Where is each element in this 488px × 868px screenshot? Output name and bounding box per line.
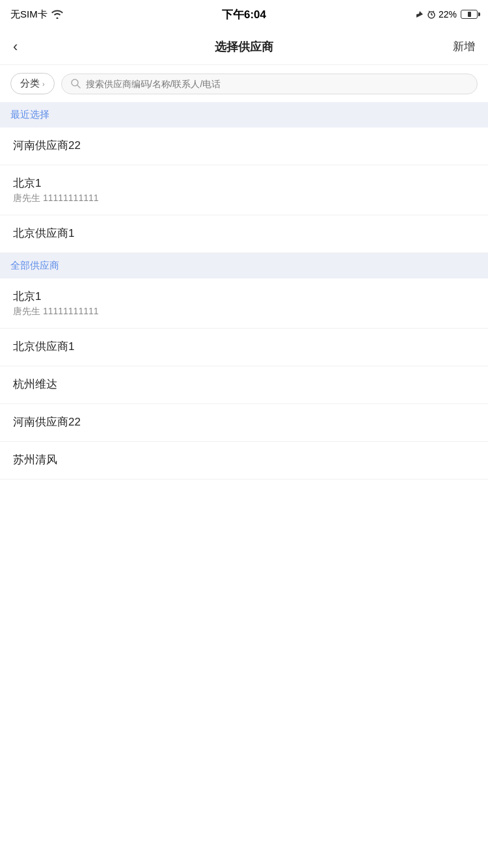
item-name: 北京供应商1 (13, 339, 475, 354)
section-title-recent: 最近选择 (10, 109, 49, 120)
svg-line-4 (429, 11, 430, 12)
page-title: 选择供应商 (215, 39, 273, 55)
add-button[interactable]: 新增 (453, 39, 475, 54)
item-name: 北京1 (13, 289, 475, 304)
status-right: 22% (415, 9, 478, 20)
item-name: 河南供应商22 (13, 414, 475, 429)
search-area: 分类 › (0, 65, 488, 102)
search-input[interactable] (86, 79, 468, 89)
item-name: 河南供应商22 (13, 138, 475, 153)
item-name: 苏州清风 (13, 452, 475, 467)
status-time: 下午6:04 (222, 7, 266, 22)
sim-status: 无SIM卡 (10, 8, 47, 21)
back-button[interactable]: ‹ (13, 38, 39, 55)
section-title-all: 全部供应商 (10, 260, 59, 271)
status-bar: 无SIM卡 下午6:04 22% (0, 0, 488, 29)
chevron-right-icon: › (42, 80, 45, 88)
alarm-icon (427, 10, 436, 19)
search-box[interactable] (61, 74, 478, 94)
battery-icon (461, 10, 478, 19)
list-item[interactable]: 河南供应商22 (0, 404, 488, 442)
location-icon (415, 10, 424, 19)
list-item[interactable]: 苏州清风 (0, 442, 488, 480)
list-item[interactable]: 北京供应商1 (0, 215, 488, 253)
list-item[interactable]: 北京1唐先生 11111111111 (0, 165, 488, 215)
status-left: 无SIM卡 (10, 8, 63, 21)
search-icon (71, 79, 81, 88)
svg-line-7 (77, 85, 80, 88)
category-label: 分类 (20, 77, 40, 90)
section-header-recent: 最近选择 (0, 102, 488, 128)
wifi-icon (51, 10, 63, 19)
item-name: 北京供应商1 (13, 226, 475, 241)
item-name: 杭州维达 (13, 377, 475, 392)
sections-container: 最近选择河南供应商22北京1唐先生 11111111111北京供应商1全部供应商… (0, 102, 488, 480)
item-contact: 唐先生 11111111111 (13, 306, 475, 318)
category-button[interactable]: 分类 › (10, 73, 55, 94)
list-item[interactable]: 杭州维达 (0, 366, 488, 404)
list-item[interactable]: 北京1唐先生 11111111111 (0, 278, 488, 329)
nav-bar: ‹ 选择供应商 新增 (0, 29, 488, 65)
svg-marker-0 (416, 11, 423, 18)
section-header-all: 全部供应商 (0, 253, 488, 278)
item-name: 北京1 (13, 176, 475, 191)
battery-percent: 22% (439, 9, 457, 20)
item-contact: 唐先生 11111111111 (13, 193, 475, 204)
list-item[interactable]: 北京供应商1 (0, 329, 488, 366)
list-item[interactable]: 河南供应商22 (0, 128, 488, 165)
svg-line-5 (433, 11, 434, 12)
